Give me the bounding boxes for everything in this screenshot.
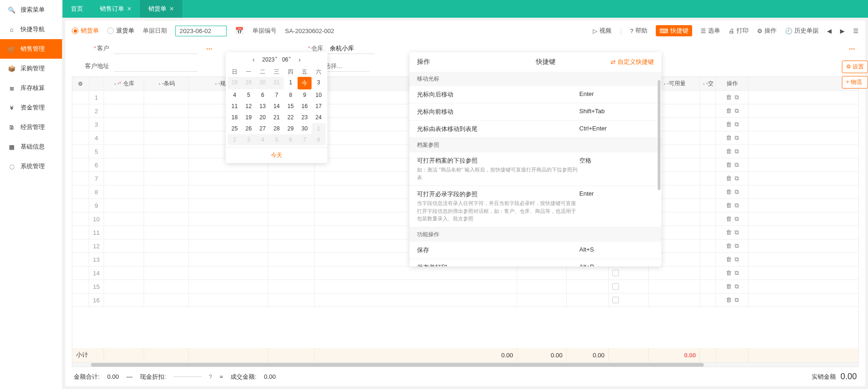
customer-more-icon[interactable]: ⋯ [202, 45, 216, 52]
copy-icon[interactable]: ⧉ [735, 229, 739, 236]
cal-day[interactable]: 7 [298, 134, 312, 145]
cal-day[interactable]: 17 [312, 101, 326, 112]
delete-icon[interactable]: 🗑 [726, 242, 732, 250]
history-button[interactable]: 🕘 历史单据 [785, 27, 819, 35]
customize-shortcut-link[interactable]: ⇄ 自定义快捷键 [611, 58, 654, 66]
copy-icon[interactable]: ⧉ [735, 283, 739, 290]
help-button[interactable]: ? 帮助 [630, 27, 647, 35]
cal-day[interactable]: 6 [256, 89, 270, 101]
delete-icon[interactable]: 🗑 [726, 148, 732, 155]
cal-today[interactable]: 今天 [226, 147, 327, 163]
cal-month-select[interactable]: 06˅ [282, 56, 291, 63]
cal-day[interactable]: 14 [270, 101, 284, 112]
gift-checkbox[interactable] [612, 270, 619, 276]
cal-day[interactable]: 6 [284, 134, 298, 145]
tab-1[interactable]: 销售订单✕ [91, 0, 140, 18]
sidebar-item-8[interactable]: ◌系统管理 [0, 157, 62, 176]
cal-year-select[interactable]: 2023˅ [262, 56, 278, 63]
cal-day[interactable]: 20 [256, 112, 270, 123]
cal-day[interactable]: 9 [298, 89, 312, 101]
cal-day[interactable]: 28 [228, 77, 242, 89]
sidebar-item-2[interactable]: 🛒销售管理 [0, 39, 62, 59]
copy-icon[interactable]: ⧉ [735, 202, 739, 209]
radio-sales[interactable]: 销货单 [72, 27, 99, 35]
operate-button[interactable]: ⚙ 操作 [757, 27, 777, 35]
gift-checkbox[interactable] [612, 283, 619, 290]
sidebar-item-1[interactable]: ⌂快捷导航 [0, 20, 62, 39]
calendar-icon[interactable]: 📅 [235, 27, 244, 35]
cal-day[interactable]: 今 [298, 77, 312, 89]
print-button[interactable]: 🖨 打印 [729, 27, 749, 35]
sidebar-item-5[interactable]: ¥资金管理 [0, 98, 62, 117]
cal-day[interactable]: 18 [228, 112, 242, 123]
delete-icon[interactable]: 🗑 [726, 256, 732, 263]
cal-day[interactable]: 24 [312, 112, 326, 123]
cal-day[interactable]: 11 [228, 101, 242, 112]
copy-icon[interactable]: ⧉ [735, 107, 739, 115]
delete-icon[interactable]: 🗑 [726, 269, 732, 277]
sidebar-item-4[interactable]: ≣库存核算 [0, 78, 62, 98]
copy-icon[interactable]: ⧉ [735, 296, 739, 304]
next-doc-button[interactable]: ▶ [840, 27, 845, 34]
prev-doc-button[interactable]: ◀ [827, 27, 832, 34]
cal-day[interactable]: 31 [270, 77, 284, 89]
tab-2[interactable]: 销货单✕ [140, 0, 182, 18]
h-scrollbar[interactable] [72, 362, 858, 367]
shortcut-scrollbar[interactable] [658, 80, 660, 264]
cal-day[interactable]: 26 [242, 123, 256, 134]
copy-icon[interactable]: ⧉ [735, 148, 739, 155]
cal-day[interactable]: 21 [270, 112, 284, 123]
delete-icon[interactable]: 🗑 [726, 121, 732, 128]
addr-input[interactable] [114, 61, 198, 72]
copy-icon[interactable]: ⧉ [735, 161, 739, 169]
gear-icon[interactable]: ⚙ [78, 81, 83, 87]
th-wh[interactable]: ▲▼*仓库 [104, 77, 144, 90]
delete-icon[interactable]: 🗑 [726, 202, 732, 209]
copy-icon[interactable]: ⧉ [735, 121, 739, 128]
cal-day[interactable]: 4 [256, 134, 270, 145]
delete-icon[interactable]: 🗑 [726, 215, 732, 223]
sidebar-item-6[interactable]: 🗎经营管理 [0, 117, 62, 137]
cal-day[interactable]: 2 [228, 134, 242, 145]
cal-day[interactable]: 15 [284, 101, 298, 112]
cal-day[interactable]: 5 [270, 134, 284, 145]
delete-icon[interactable]: 🗑 [726, 229, 732, 236]
copy-icon[interactable]: ⧉ [735, 215, 739, 223]
cal-day[interactable]: 22 [284, 112, 298, 123]
table-row[interactable]: 15🗑⧉ [72, 280, 858, 293]
th-deliver[interactable]: ▲▼交 [700, 77, 716, 90]
copy-icon[interactable]: ⧉ [735, 269, 739, 277]
doc-date-input[interactable] [175, 26, 227, 36]
copy-icon[interactable]: ⧉ [735, 175, 739, 182]
delete-icon[interactable]: 🗑 [726, 175, 732, 182]
cal-day[interactable]: 30 [298, 123, 312, 134]
form-more-icon[interactable]: ⋯ [845, 45, 859, 52]
cal-day[interactable]: 10 [312, 89, 326, 101]
select-doc-button[interactable]: ☰ 选单 [701, 27, 720, 35]
cal-day[interactable]: 3 [312, 77, 326, 89]
shortcut-button[interactable]: ⌨ 快捷键 [656, 25, 692, 36]
cal-day[interactable]: 13 [256, 101, 270, 112]
delete-icon[interactable]: 🗑 [726, 296, 732, 304]
copy-icon[interactable]: ⧉ [735, 256, 739, 263]
cal-day[interactable]: 8 [284, 89, 298, 101]
cal-day[interactable]: 8 [312, 134, 326, 145]
delete-icon[interactable]: 🗑 [726, 161, 732, 169]
delete-icon[interactable]: 🗑 [726, 107, 732, 115]
sidebar-item-3[interactable]: 📦采购管理 [0, 59, 62, 78]
tab-close-icon[interactable]: ✕ [127, 6, 132, 12]
cal-day[interactable]: 29 [284, 123, 298, 134]
cal-next[interactable]: › [296, 56, 304, 63]
cal-day[interactable]: 5 [242, 89, 256, 101]
collapse-button[interactable]: ☰ [853, 27, 859, 34]
cash-discount-input[interactable] [174, 376, 201, 377]
settings-button[interactable]: ⚙ 设置 [842, 61, 868, 73]
table-row[interactable]: 14🗑⧉ [72, 266, 858, 280]
copy-icon[interactable]: ⧉ [735, 242, 739, 250]
cal-day[interactable]: 12 [242, 101, 256, 112]
tab-0[interactable]: 首页 [62, 0, 91, 18]
project-input[interactable] [323, 61, 369, 72]
cal-day[interactable]: 23 [298, 112, 312, 123]
delete-icon[interactable]: 🗑 [726, 94, 732, 101]
cal-day[interactable]: 1 [284, 77, 298, 89]
